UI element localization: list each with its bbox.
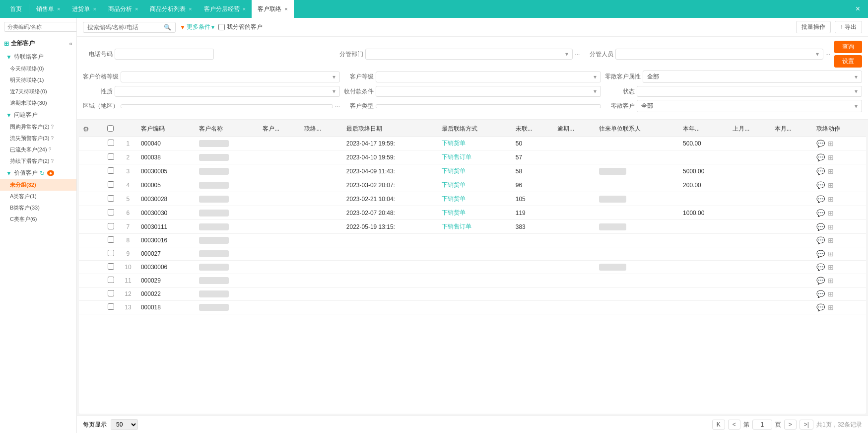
- region-more-icon[interactable]: ···: [335, 103, 340, 110]
- retail-customer-select[interactable]: 全部 ▾: [637, 100, 862, 112]
- sidebar-all-customers[interactable]: ⊞ 全部客户 «: [0, 36, 76, 51]
- action-chat-icon[interactable]: 💬: [816, 195, 825, 203]
- row-checkbox[interactable]: [108, 290, 114, 296]
- select-all-checkbox[interactable]: [107, 125, 114, 132]
- sidebar-group-value[interactable]: ▼ 价值客户 ↻ ●: [0, 167, 76, 179]
- action-grid-icon[interactable]: ⊞: [828, 209, 834, 217]
- action-chat-icon[interactable]: 💬: [816, 167, 825, 175]
- row-checkbox[interactable]: [108, 236, 114, 243]
- row-checkbox[interactable]: [108, 263, 114, 270]
- value-refresh-icon[interactable]: ↻: [40, 170, 45, 177]
- payment-select[interactable]: ▾: [376, 86, 601, 97]
- customer-level-select[interactable]: ▾: [376, 72, 601, 82]
- action-grid-icon[interactable]: ⊞: [828, 290, 834, 298]
- action-grid-icon[interactable]: ⊞: [828, 181, 834, 189]
- customer-type-select[interactable]: [376, 104, 601, 108]
- nav-tab-customer-contact[interactable]: 客户联络 ×: [252, 0, 293, 18]
- page-size-select[interactable]: 50 100: [111, 419, 138, 430]
- action-chat-icon[interactable]: 💬: [816, 277, 825, 285]
- action-chat-icon[interactable]: 💬: [816, 209, 825, 217]
- sidebar-collapse-btn[interactable]: «: [69, 40, 72, 47]
- contact-method-link[interactable]: 下销货单: [442, 140, 466, 146]
- col-settings[interactable]: ⚙: [79, 122, 103, 137]
- sidebar-item-class-c[interactable]: C类客户(6): [0, 214, 76, 225]
- region-select[interactable]: [121, 104, 333, 108]
- row-checkbox[interactable]: [108, 209, 114, 216]
- row-checkbox[interactable]: [108, 167, 114, 174]
- nav-tab-customer-tier[interactable]: 客户分层经营 ×: [198, 0, 252, 18]
- action-grid-icon[interactable]: ⊞: [828, 277, 834, 285]
- row-checkbox[interactable]: [108, 303, 114, 310]
- nav-home[interactable]: 首页: [4, 0, 28, 18]
- more-conditions-btn[interactable]: ▼ 更多条件 ▾: [180, 23, 214, 31]
- manager-more-icon[interactable]: ···: [825, 51, 830, 58]
- sidebar-item-7days[interactable]: 近7天待联络(0): [0, 86, 76, 97]
- row-checkbox[interactable]: [108, 250, 114, 256]
- export-btn[interactable]: ↑ 导出: [835, 21, 862, 33]
- contact-method-link[interactable]: 下销售订单: [442, 153, 471, 160]
- sidebar-item-abnormal[interactable]: 囤购异常客户(2) ?: [0, 121, 76, 133]
- page-input[interactable]: [752, 420, 772, 430]
- dept-select[interactable]: ▾: [365, 49, 573, 60]
- action-grid-icon[interactable]: ⊞: [828, 223, 834, 231]
- last-page-btn[interactable]: >|: [800, 420, 813, 430]
- action-grid-icon[interactable]: ⊞: [828, 140, 834, 147]
- action-chat-icon[interactable]: 💬: [816, 263, 825, 271]
- nav-tab-sales[interactable]: 销售单 ×: [30, 0, 66, 18]
- row-checkbox[interactable]: [108, 195, 114, 202]
- row-checkbox[interactable]: [108, 223, 114, 229]
- contact-method-link[interactable]: 下销货单: [442, 181, 466, 188]
- action-grid-icon[interactable]: ⊞: [828, 250, 834, 258]
- contact-method-link[interactable]: 下销货单: [442, 209, 466, 216]
- nav-tab-customer-tier-close[interactable]: ×: [243, 6, 246, 12]
- nav-tab-purchase[interactable]: 进货单 ×: [66, 0, 102, 18]
- sidebar-item-today[interactable]: 今天待联络(0): [0, 63, 76, 74]
- reset-btn[interactable]: 设置: [834, 55, 862, 68]
- my-customers-checkbox[interactable]: 我分管的客户: [218, 23, 263, 31]
- sidebar-item-class-a[interactable]: A类客户(1): [0, 191, 76, 202]
- action-chat-icon[interactable]: 💬: [816, 223, 825, 231]
- batch-operate-btn[interactable]: 批量操作: [796, 21, 831, 33]
- action-chat-icon[interactable]: 💬: [816, 153, 825, 161]
- row-checkbox[interactable]: [108, 140, 114, 146]
- action-grid-icon[interactable]: ⊞: [828, 195, 834, 203]
- nav-tab-analysis[interactable]: 商品分析 ×: [102, 0, 144, 18]
- action-chat-icon[interactable]: 💬: [816, 140, 825, 147]
- dept-more-icon[interactable]: ···: [575, 51, 580, 58]
- search-input[interactable]: [87, 24, 162, 31]
- sidebar-item-ungroup[interactable]: 未分组(32): [0, 179, 76, 191]
- sidebar-item-lost[interactable]: 已流失客户(24) ?: [0, 144, 76, 155]
- price-level-select[interactable]: ▾: [121, 72, 340, 82]
- sidebar-item-class-b[interactable]: B类客户(33): [0, 202, 76, 214]
- sidebar-item-declining[interactable]: 持续下滑客户(2) ?: [0, 155, 76, 167]
- action-grid-icon[interactable]: ⊞: [828, 263, 834, 271]
- nav-tab-analysis-list-close[interactable]: ×: [189, 6, 192, 12]
- retail-attr-select[interactable]: 全部 ▾: [643, 71, 862, 83]
- action-grid-icon[interactable]: ⊞: [828, 167, 834, 175]
- app-close-button[interactable]: ×: [852, 4, 864, 13]
- action-chat-icon[interactable]: 💬: [816, 181, 825, 189]
- action-grid-icon[interactable]: ⊞: [828, 153, 834, 161]
- search-btn[interactable]: 查询: [834, 41, 862, 53]
- sidebar-item-overdue[interactable]: 逾期未联络(30): [0, 97, 76, 109]
- nature-select[interactable]: ▾: [115, 86, 340, 97]
- sidebar-group-problem[interactable]: ▼ 问题客户: [0, 109, 76, 121]
- first-page-btn[interactable]: K: [712, 420, 725, 430]
- action-grid-icon[interactable]: ⊞: [828, 236, 834, 244]
- sidebar-item-churn-warning[interactable]: 流失预警客户(3) ?: [0, 133, 76, 144]
- search-icon[interactable]: 🔍: [164, 24, 171, 31]
- manager-select[interactable]: ▾: [615, 49, 823, 60]
- prev-page-btn[interactable]: <: [728, 420, 740, 430]
- nav-tab-sales-close[interactable]: ×: [57, 6, 60, 12]
- nav-tab-customer-contact-close[interactable]: ×: [284, 6, 287, 12]
- sidebar-group-pending[interactable]: ▼ 待联络客户: [0, 51, 76, 63]
- status-select[interactable]: ▾: [637, 86, 862, 97]
- row-checkbox[interactable]: [108, 181, 114, 188]
- nav-tab-analysis-list[interactable]: 商品分析列表 ×: [144, 0, 198, 18]
- row-checkbox[interactable]: [108, 277, 114, 283]
- settings-icon[interactable]: ⚙: [83, 125, 89, 133]
- sidebar-item-tomorrow[interactable]: 明天待联络(1): [0, 74, 76, 86]
- nav-tab-purchase-close[interactable]: ×: [93, 6, 96, 12]
- sidebar-search-input[interactable]: [4, 22, 77, 32]
- action-chat-icon[interactable]: 💬: [816, 290, 825, 298]
